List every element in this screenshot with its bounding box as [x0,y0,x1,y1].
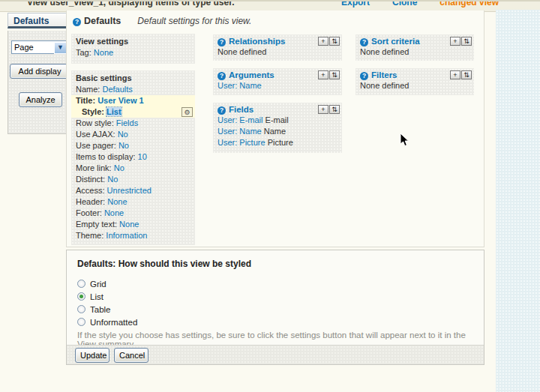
setting-value-link[interactable]: No [118,141,129,150]
relationships-title-link[interactable]: Relationships [229,37,285,46]
view-settings-box: View settings Tag: None [71,34,195,64]
filters-box: ?Filters + ⇅ None defined [356,68,474,95]
sort-criteria-box: ?Sort criteria + ⇅ None defined [356,34,474,61]
setting-value-link[interactable]: Defaults [102,85,132,94]
fields-actions: + ⇅ [318,105,340,114]
help-icon[interactable]: ? [218,72,226,80]
filters-title-link[interactable]: Filters [371,70,398,79]
field-item-link[interactable]: User: Picture [218,138,266,147]
basic-setting-row: Theme: Information [76,230,190,241]
field-item-link[interactable]: User: Name [218,127,262,136]
basic-setting-row: Footer: None [76,208,190,219]
setting-label: More link: [76,163,112,172]
view-setting-row: Tag: None [76,47,190,58]
style-settings-gear-icon[interactable]: ⚙ [182,107,193,117]
display-sidebar: Page ▼ Add display Analyze [8,31,71,134]
radio-icon[interactable] [77,305,86,313]
rearrange-fields-button[interactable]: ⇅ [329,105,340,114]
style-option-unformatted[interactable]: Unformatted [77,316,137,328]
field-item-label: Picture [266,138,293,147]
sort-criteria-title-link[interactable]: Sort criteria [371,37,420,46]
relationships-empty: None defined [218,46,338,58]
rearrange-arguments-button[interactable]: ⇅ [329,70,340,79]
help-icon[interactable]: ? [360,38,368,46]
arguments-title-link[interactable]: Arguments [229,70,274,79]
style-form-heading: Defaults: How should this view be styled [77,259,251,269]
setting-value-link[interactable]: 10 [138,152,147,161]
filters-actions: + ⇅ [450,70,472,79]
basic-setting-row: Name: Defaults [76,84,190,95]
basic-settings-title: Basic settings [76,73,190,84]
argument-item-link[interactable]: User: Name [218,81,262,90]
help-icon[interactable]: ? [73,18,81,26]
update-button[interactable]: Update [75,348,110,363]
field-item-label: Name [262,127,286,136]
setting-value-link[interactable]: Information [106,231,147,240]
help-icon[interactable]: ? [218,38,226,46]
setting-label: Distinct: [76,175,105,184]
sort-criteria-empty: None defined [360,46,470,58]
style-option-table[interactable]: Table [77,303,137,316]
radio-icon[interactable] [77,280,86,288]
add-sort-button[interactable]: + [450,37,460,46]
setting-label: Row style: [76,118,114,127]
radio-icon[interactable] [77,318,86,326]
setting-value-link[interactable]: No [118,130,128,139]
setting-value-link[interactable]: Unrestricted [107,186,152,195]
style-option-list[interactable]: List [77,290,137,303]
display-type-select[interactable]: Page ▼ [11,40,68,54]
setting-value-link[interactable]: None [94,48,113,57]
analyze-button[interactable]: Analyze [19,92,62,107]
setting-value-link[interactable]: User View 1 [98,96,144,105]
cancel-button[interactable]: Cancel [114,348,148,363]
basic-setting-row: Use AJAX: No [76,129,190,140]
setting-value-link[interactable]: List [106,107,122,116]
clone-link[interactable]: Clone [392,0,417,7]
setting-value-link[interactable]: None [107,197,127,206]
basic-setting-row: Use pager: No [76,140,190,151]
basic-setting-row: Access: Unrestricted [76,185,190,196]
basic-setting-row: More link: No [76,163,190,174]
setting-value-link[interactable]: No [114,163,124,172]
view-title: View user_view_1, displaying items of ty… [27,0,235,7]
setting-value-link[interactable]: Fields [116,118,138,127]
basic-settings-box: Basic settings Name: DefaultsTitle: User… [71,70,195,245]
export-link[interactable]: Export [341,0,370,7]
rearrange-filters-button[interactable]: ⇅ [461,70,472,79]
field-item-link[interactable]: User: E-mail [218,115,263,124]
arguments-actions: + ⇅ [318,70,340,79]
radio-selected-icon[interactable] [77,292,86,301]
add-display-button[interactable]: Add display [10,64,70,79]
display-heading-title: Defaults [84,16,121,26]
field-item: User: E-mail E-mail [218,115,338,126]
views-edit-screen: View user_view_1, displaying items of ty… [0,0,540,392]
dropdown-arrow-icon[interactable]: ▼ [54,42,67,54]
add-filter-button[interactable]: + [450,70,460,79]
field-item-label: E-mail [263,115,289,124]
tab-defaults-label: Defaults [14,16,49,26]
changed-view-indicator: changed view [440,0,499,7]
help-icon[interactable]: ? [218,106,226,115]
fields-title-link[interactable]: Fields [229,105,254,114]
setting-value-link[interactable]: None [104,208,124,217]
fields-items: User: E-mail E-mailUser: Name NameUser: … [218,115,338,148]
setting-label: Access: [76,186,105,195]
tab-defaults[interactable]: Defaults [8,13,71,28]
style-settings-form: Defaults: How should this view be styled… [66,250,484,365]
help-icon[interactable]: ? [360,72,368,80]
setting-value-link[interactable]: None [119,220,139,229]
setting-label: Name: [76,85,100,94]
add-relationship-button[interactable]: + [318,37,328,46]
setting-value-link[interactable]: No [107,175,118,184]
add-argument-button[interactable]: + [318,70,328,79]
arguments-items: User: Name [218,80,338,91]
setting-label: Tag: [76,48,92,57]
rearrange-relationships-button[interactable]: ⇅ [329,37,340,46]
add-field-button[interactable]: + [318,105,328,114]
basic-setting-row: Empty text: None [76,219,190,230]
rearrange-sorts-button[interactable]: ⇅ [461,37,472,46]
setting-label: Footer: [76,208,102,217]
style-option-grid[interactable]: Grid [77,277,137,290]
field-item: User: Name Name [218,126,338,137]
basic-setting-row: Row style: Fields [76,118,190,129]
